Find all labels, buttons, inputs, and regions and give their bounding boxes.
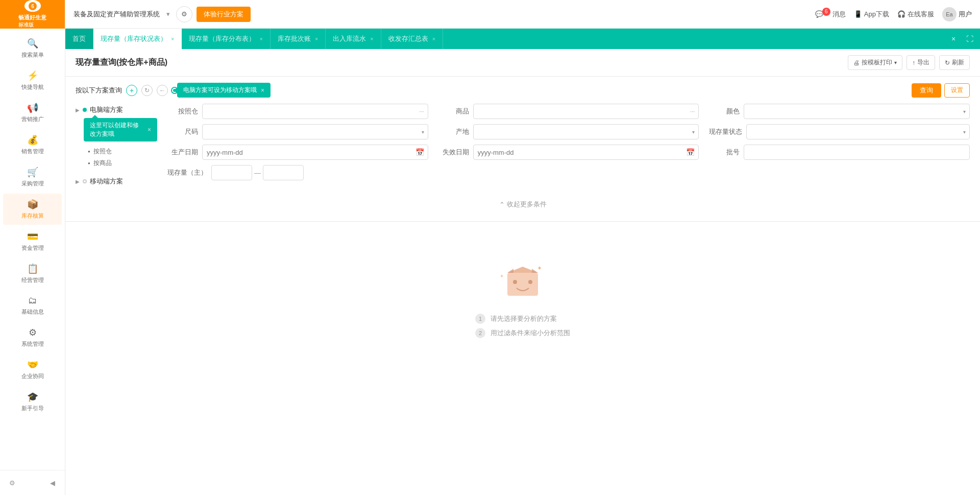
- megaphone-icon: 📢: [27, 102, 38, 113]
- sidebar-item-ops-mgmt[interactable]: 📋 经营管理: [3, 258, 62, 289]
- tab-inout-flow-label: 出入库流水: [333, 34, 366, 43]
- tab-close-btn[interactable]: ×: [370, 36, 373, 42]
- goods-input[interactable]: [473, 104, 699, 119]
- size-select[interactable]: [202, 124, 428, 139]
- message-btn[interactable]: 💬 6 消息: [815, 10, 846, 19]
- empty-state: ✦ ✦ 1 请先选择要分析的方案 2 用过滤条件来缩小分析范围: [65, 222, 980, 369]
- sidebar-item-label: 基础信息: [21, 308, 44, 316]
- tab-expand-btn[interactable]: ⛶: [964, 33, 976, 45]
- header-settings-btn[interactable]: ⚙: [176, 6, 192, 22]
- expire-date-wrap: 📅: [473, 145, 699, 160]
- stock-main-label: 现存量（主）: [167, 168, 207, 177]
- goods-label: 商品: [438, 107, 469, 116]
- calendar-icon[interactable]: 📅: [415, 148, 424, 156]
- stock-status-select-wrap[interactable]: [746, 124, 970, 139]
- tab-batch-account[interactable]: 库存批次账 ×: [271, 29, 326, 49]
- sidebar-item-finance-mgmt[interactable]: 💳 资金管理: [3, 226, 62, 257]
- batch-input[interactable]: [744, 145, 970, 160]
- warehouse-input[interactable]: [202, 104, 428, 119]
- tab-inventory-status[interactable]: 现存量（库存状况表） ×: [93, 29, 182, 49]
- filter-action-buttons: 查询 设置: [912, 83, 970, 98]
- sidebar-item-newbie-guide[interactable]: 🎓 新手引导: [3, 386, 62, 417]
- calendar-icon2[interactable]: 📅: [686, 148, 695, 156]
- svg-point-4: [528, 280, 532, 284]
- stock-main-to-input[interactable]: [263, 165, 304, 180]
- expire-date-input[interactable]: [473, 145, 699, 160]
- empty-step-1: 1 请先选择要分析的方案: [475, 314, 570, 324]
- filter-refresh-btn[interactable]: ↻: [141, 85, 153, 96]
- system-dropdown-btn[interactable]: ▾: [164, 10, 172, 18]
- filter-back-btn[interactable]: ←: [157, 85, 168, 96]
- sidebar-item-search-menu[interactable]: 🔍 搜索菜单: [3, 33, 62, 64]
- warehouse-more-icon: ···: [419, 108, 424, 114]
- sidebar-item-label: 经营管理: [21, 276, 44, 284]
- tab-home[interactable]: 首页: [65, 29, 93, 49]
- tooltip1-close-btn[interactable]: ×: [261, 87, 264, 94]
- tab-close-btn[interactable]: ×: [171, 36, 174, 42]
- color-select[interactable]: [744, 104, 970, 119]
- avatar: Ea: [942, 7, 957, 21]
- stock-status-select[interactable]: [746, 124, 970, 139]
- sidebar-item-system-mgmt[interactable]: ⚙ 系统管理: [3, 322, 62, 353]
- sidebar-item-sales-promo[interactable]: 📢 营销推广: [3, 97, 62, 128]
- sidebar-item-enterprise-coop[interactable]: 🤝 企业协同: [3, 354, 62, 385]
- sidebar-item-base-info[interactable]: 🗂 基础信息: [3, 290, 62, 321]
- sidebar-item-quick-nav[interactable]: ⚡ 快捷导航: [3, 65, 62, 96]
- settings-btn[interactable]: 设置: [944, 83, 970, 98]
- scheme-pc-sub-item[interactable]: ● 按照仓: [88, 146, 157, 157]
- empty-step1-text: 请先选择要分析的方案: [491, 314, 557, 323]
- industry-solution-btn[interactable]: 体验行业方案: [197, 7, 251, 22]
- tab-close-btn[interactable]: ×: [259, 36, 262, 42]
- more-conditions-btn[interactable]: ⌃ 收起更多条件: [76, 194, 970, 215]
- sidebar-item-sales-mgmt[interactable]: 💰 销售管理: [3, 129, 62, 160]
- filter-row-produce-date: 生产日期 📅: [167, 145, 428, 160]
- produce-date-input[interactable]: [202, 145, 428, 160]
- scheme-dot: [83, 108, 87, 112]
- tab-close-all-btn[interactable]: ×: [947, 33, 960, 45]
- sidebar-item-label: 企业协同: [21, 372, 44, 380]
- sidebar-item-purchase-mgmt[interactable]: 🛒 采购管理: [3, 161, 62, 193]
- range-separator: —: [254, 169, 261, 177]
- origin-select-wrap[interactable]: [473, 124, 699, 139]
- refresh-btn[interactable]: ↻ 刷新: [939, 55, 970, 70]
- query-btn[interactable]: 查询: [912, 83, 941, 98]
- color-select-wrap[interactable]: [744, 104, 970, 119]
- export-icon: ↑: [912, 59, 915, 66]
- user-profile-btn[interactable]: Ea 用户: [942, 7, 972, 21]
- tab-inventory-dist[interactable]: 现存量（库存分布表） ×: [182, 29, 270, 49]
- export-btn[interactable]: ↑ 导出: [906, 55, 935, 70]
- logo-text: 畅通好生意 标准版: [18, 14, 46, 29]
- sidebar-settings-btn[interactable]: ⚙: [4, 475, 20, 491]
- template-print-btn[interactable]: 🖨 按模板打印 ▾: [848, 55, 902, 70]
- filter-row-warehouse: 按照仓 ···: [167, 104, 428, 119]
- svg-text:✦: ✦: [537, 265, 542, 272]
- tab-receive-summary-label: 收发存汇总表: [388, 34, 428, 43]
- scheme-pc-sub-item2[interactable]: ● 按商品: [88, 157, 157, 169]
- scheme-pc-item[interactable]: ▶ 电脑端方案: [76, 104, 157, 116]
- size-select-wrap[interactable]: [202, 124, 428, 139]
- filter-add-scheme-btn[interactable]: +: [126, 85, 137, 96]
- origin-select[interactable]: [473, 124, 699, 139]
- tooltip2-close-btn[interactable]: ×: [148, 126, 151, 133]
- tab-close-btn[interactable]: ×: [432, 36, 435, 42]
- scheme-mobile-label: 移动端方案: [90, 177, 123, 186]
- page-container: 现存量查询(按仓库+商品) 🖨 按模板打印 ▾ ↑ 导出 ↻ 刷新: [65, 49, 980, 495]
- expire-date-label: 失效日期: [438, 148, 469, 157]
- tab-inout-flow[interactable]: 出入库流水 ×: [326, 29, 381, 49]
- sidebar-collapse-btn[interactable]: ◀: [44, 475, 61, 491]
- filter-label: 按以下方案查询: [76, 86, 122, 95]
- stock-main-from-input[interactable]: [211, 165, 252, 180]
- main-content: 装备及固定资产辅助管理系统 ▾ ⚙ 体验行业方案 💬 6 消息 📱 App下载 …: [65, 0, 980, 495]
- scheme-mobile-item[interactable]: ▶ 移动端方案: [76, 175, 157, 187]
- chevron-right-icon2: ▶: [76, 179, 80, 184]
- tab-close-btn[interactable]: ×: [315, 36, 318, 42]
- sidebar-item-label: 采购管理: [21, 180, 44, 187]
- app-download-btn[interactable]: 📱 App下载: [854, 10, 889, 19]
- goods-field-wrap: ···: [473, 104, 699, 119]
- online-service-btn[interactable]: 🎧 在线客服: [897, 10, 934, 19]
- tab-receive-summary[interactable]: 收发存汇总表 ×: [381, 29, 443, 49]
- sidebar-item-label: 销售管理: [21, 148, 44, 155]
- sidebar-item-inventory-calc[interactable]: 📦 库存核算: [3, 194, 62, 225]
- filter-row-batch: 批号: [709, 145, 970, 160]
- filter-tooltip2: 这里可以创建和修改方案哦 ×: [84, 118, 157, 142]
